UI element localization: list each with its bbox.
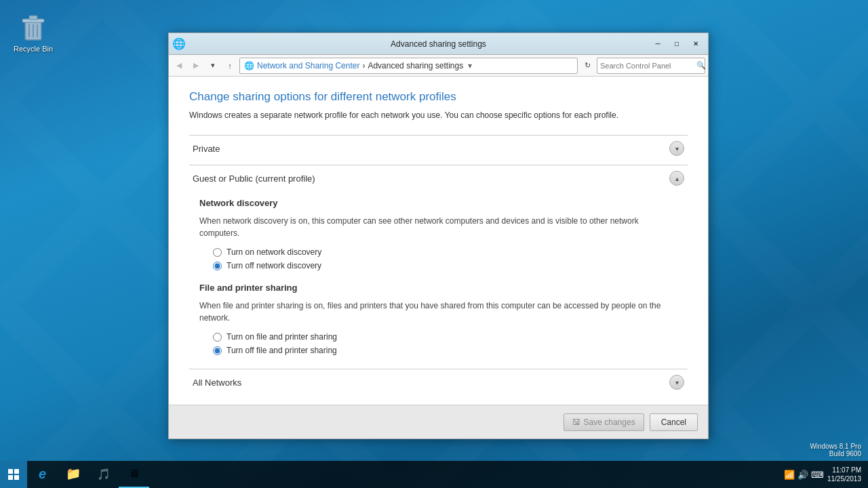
private-section: Private ▾ <box>189 135 688 161</box>
all-networks-label: All Networks <box>193 378 241 388</box>
svg-rect-9 <box>14 475 19 480</box>
maximize-button[interactable]: □ <box>668 37 686 51</box>
address-bar: ◀ ▶ ▾ ↑ 🌐 Network and Sharing Center › A… <box>169 55 708 77</box>
all-networks-expand-btn[interactable]: ▾ <box>669 375 684 390</box>
taskbar-item-ie[interactable]: e <box>27 461 58 488</box>
window-footer: 🖫 Save changes Cancel <box>169 405 708 439</box>
taskbar-item-media[interactable]: 🎵 <box>88 461 119 488</box>
all-networks-header[interactable]: All Networks ▾ <box>189 369 688 395</box>
advanced-sharing-window: 🌐 Advanced sharing settings ─ □ ✕ ◀ ▶ ▾ … <box>168 33 709 439</box>
all-networks-section: All Networks ▾ <box>189 369 688 395</box>
file-printer-title: File and printer sharing <box>199 283 677 293</box>
minimize-button[interactable]: ─ <box>649 37 667 51</box>
fp-on-radio[interactable] <box>213 333 222 342</box>
private-label: Private <box>193 144 220 154</box>
guest-public-header[interactable]: Guest or Public (current profile) ▴ <box>189 165 688 191</box>
page-title: Change sharing options for different net… <box>189 90 688 104</box>
svg-rect-8 <box>8 475 13 480</box>
fp-off-label: Turn off file and printer sharing <box>226 346 337 355</box>
recycle-bin-icon[interactable]: Recycle Bin <box>14 10 53 53</box>
guest-public-content: Network discovery When network discovery… <box>189 191 688 365</box>
svg-rect-7 <box>14 469 19 474</box>
cancel-button[interactable]: Cancel <box>650 413 698 431</box>
taskbar-items: e 📁 🎵 🖥 <box>27 461 781 488</box>
svg-rect-2 <box>29 16 37 20</box>
save-changes-button[interactable]: 🖫 Save changes <box>564 413 644 431</box>
clock-date: 11/25/2013 <box>827 474 861 483</box>
version-line1: Windows 8.1 Pro <box>810 443 861 450</box>
network-discovery-desc: When network discovery is on, this compu… <box>199 215 677 239</box>
window-app-icon: 🌐 <box>172 37 186 51</box>
breadcrumb-network[interactable]: Network and Sharing Center <box>257 61 359 70</box>
breadcrumb-current: Advanced sharing settings <box>368 61 463 70</box>
breadcrumb: 🌐 Network and Sharing Center › Advanced … <box>239 58 578 74</box>
forward-button[interactable]: ▶ <box>189 58 203 73</box>
save-icon: 🖫 <box>572 418 580 427</box>
dropdown-button[interactable]: ▾ <box>205 58 220 73</box>
fp-on-label: Turn on file and printer sharing <box>226 332 337 342</box>
recycle-bin-label: Recycle Bin <box>14 45 53 53</box>
nd-on-label: Turn on network discovery <box>226 247 321 257</box>
network-discovery-options: Turn on network discovery Turn off netwo… <box>213 247 677 270</box>
taskbar-item-remote[interactable]: 🖥 <box>119 461 149 488</box>
nd-on-radio[interactable] <box>213 248 222 257</box>
taskbar-clock[interactable]: 11:07 PM 11/25/2013 <box>827 466 868 483</box>
guest-public-expand-btn[interactable]: ▴ <box>669 171 684 186</box>
taskbar: e 📁 🎵 🖥 📶 🔊 ⌨ 11:07 PM 11/25/2013 <box>0 461 868 488</box>
keyboard-notify-icon: ⌨ <box>811 470 824 480</box>
search-icon[interactable]: 🔍 <box>696 61 706 70</box>
private-header[interactable]: Private ▾ <box>189 136 688 161</box>
svg-rect-6 <box>8 469 13 474</box>
breadcrumb-sep1: › <box>362 61 365 70</box>
save-label: Save changes <box>584 418 635 427</box>
page-subtitle: Windows creates a separate network profi… <box>189 109 688 121</box>
up-button[interactable]: ↑ <box>222 58 237 73</box>
content-area: Change sharing options for different net… <box>169 77 708 405</box>
network-discovery-subsection: Network discovery When network discovery… <box>199 198 677 270</box>
window-controls: ─ □ ✕ <box>649 37 705 51</box>
notification-area: 📶 🔊 ⌨ <box>781 470 827 480</box>
taskbar-item-explorer[interactable]: 📁 <box>58 461 88 488</box>
version-line2: Build 9600 <box>810 450 861 458</box>
network-discovery-title: Network discovery <box>199 198 677 208</box>
nd-off-label: Turn off network discovery <box>226 261 321 270</box>
file-printer-subsection: File and printer sharing When file and p… <box>199 283 677 355</box>
breadcrumb-icon: 🌐 <box>244 61 254 70</box>
fp-on-option[interactable]: Turn on file and printer sharing <box>213 332 677 342</box>
window-title: Advanced sharing settings <box>391 39 486 49</box>
nd-on-option[interactable]: Turn on network discovery <box>213 247 677 257</box>
clock-time: 11:07 PM <box>827 466 861 474</box>
nd-off-radio[interactable] <box>213 262 222 270</box>
file-printer-desc: When file and printer sharing is on, fil… <box>199 300 677 324</box>
guest-public-section: Guest or Public (current profile) ▴ Netw… <box>189 165 688 365</box>
nd-off-option[interactable]: Turn off network discovery <box>213 261 677 270</box>
search-box: 🔍 <box>597 58 705 74</box>
search-input[interactable] <box>600 62 694 70</box>
fp-off-option[interactable]: Turn off file and printer sharing <box>213 346 677 355</box>
close-button[interactable]: ✕ <box>687 37 705 51</box>
volume-notify-icon: 🔊 <box>797 470 808 480</box>
breadcrumb-dropdown-arrow[interactable]: ▾ <box>468 61 472 70</box>
file-printer-options: Turn on file and printer sharing Turn of… <box>213 332 677 355</box>
private-expand-btn[interactable]: ▾ <box>669 141 684 156</box>
start-button[interactable] <box>0 461 27 488</box>
back-button[interactable]: ◀ <box>172 58 186 73</box>
network-notify-icon: 📶 <box>784 470 795 480</box>
refresh-button[interactable]: ↻ <box>580 58 595 73</box>
window-titlebar: 🌐 Advanced sharing settings ─ □ ✕ <box>169 33 708 55</box>
fp-off-radio[interactable] <box>213 346 222 355</box>
guest-public-label: Guest or Public (current profile) <box>193 174 315 184</box>
windows-version: Windows 8.1 Pro Build 9600 <box>810 443 861 458</box>
